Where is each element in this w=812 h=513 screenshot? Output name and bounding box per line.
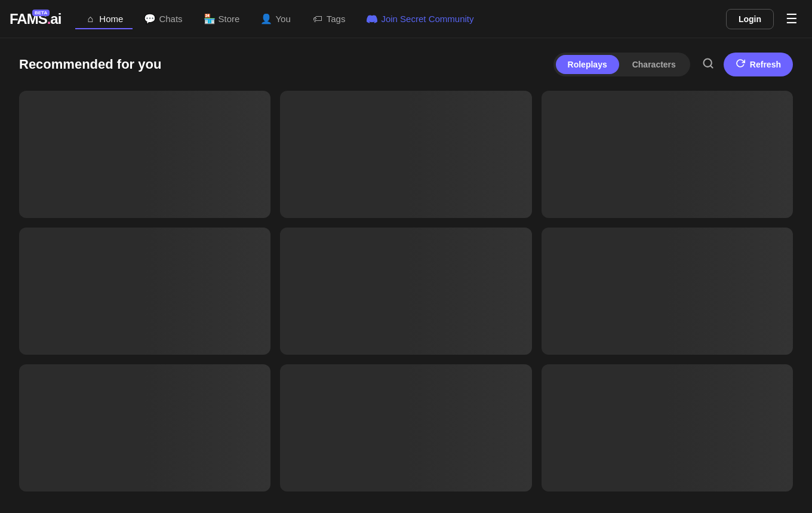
refresh-icon bbox=[736, 59, 745, 70]
search-button[interactable] bbox=[700, 55, 716, 75]
card-6[interactable] bbox=[542, 228, 793, 355]
nav-tags[interactable]: 🏷 Tags bbox=[303, 9, 355, 29]
tab-characters[interactable]: Characters bbox=[620, 55, 688, 74]
page-title: Recommended for you bbox=[19, 57, 553, 72]
nav-discord[interactable]: Join Secret Community bbox=[357, 9, 483, 29]
filter-right: Refresh bbox=[700, 53, 793, 76]
nav-chats[interactable]: 💬 Chats bbox=[135, 9, 192, 29]
you-icon: 👤 bbox=[261, 14, 272, 24]
chats-icon: 💬 bbox=[144, 14, 155, 24]
card-9[interactable] bbox=[542, 364, 793, 492]
card-7[interactable] bbox=[19, 364, 270, 492]
discord-icon bbox=[367, 14, 377, 24]
search-icon bbox=[702, 57, 714, 72]
cards-grid bbox=[19, 91, 793, 492]
tab-roleplays[interactable]: Roleplays bbox=[556, 55, 619, 74]
nav-home[interactable]: ⌂ Home bbox=[75, 9, 133, 29]
card-1[interactable] bbox=[19, 91, 270, 218]
login-button[interactable]: Login bbox=[726, 9, 774, 29]
refresh-button[interactable]: Refresh bbox=[724, 53, 793, 76]
logo-ai: ai bbox=[50, 11, 61, 27]
filter-tabs: Roleplays Characters bbox=[553, 53, 690, 76]
card-4[interactable] bbox=[19, 228, 270, 355]
card-5[interactable] bbox=[280, 228, 531, 355]
nav-store[interactable]: 🏪 Store bbox=[195, 9, 250, 29]
tags-icon: 🏷 bbox=[312, 14, 323, 24]
nav-links: ⌂ Home 💬 Chats 🏪 Store 👤 You 🏷 Tags Join… bbox=[75, 9, 726, 29]
logo[interactable]: beta FAMS.ai bbox=[10, 11, 61, 27]
card-2[interactable] bbox=[280, 91, 531, 218]
nav-you[interactable]: 👤 You bbox=[251, 9, 300, 29]
card-3[interactable] bbox=[542, 91, 793, 218]
store-icon: 🏪 bbox=[204, 14, 215, 24]
main-content: Recommended for you Roleplays Characters bbox=[0, 38, 812, 506]
filter-bar: Recommended for you Roleplays Characters bbox=[19, 53, 793, 76]
navbar: beta FAMS.ai ⌂ Home 💬 Chats 🏪 Store 👤 Yo… bbox=[0, 0, 812, 38]
menu-button[interactable]: ☰ bbox=[781, 9, 802, 29]
card-8[interactable] bbox=[280, 364, 531, 492]
nav-right: Login ☰ bbox=[726, 9, 802, 29]
beta-badge: beta bbox=[32, 10, 50, 16]
home-icon: ⌂ bbox=[85, 14, 96, 24]
svg-line-1 bbox=[710, 65, 713, 67]
